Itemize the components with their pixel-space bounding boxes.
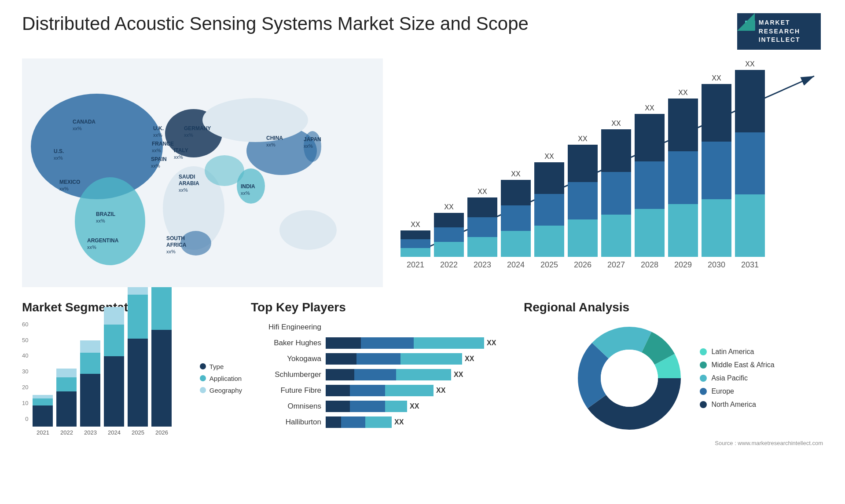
seg-xlabel-2022: 2022 — [56, 429, 77, 436]
legend-application: Application — [200, 375, 242, 382]
mexico-value: xx% — [59, 186, 69, 191]
player-schlumberger-bar-inner — [326, 369, 451, 380]
seg-x-labels: 2021 2022 2023 2024 2025 2026 — [33, 429, 186, 436]
seg-xlabel-2021: 2021 — [33, 429, 53, 436]
header: Distributed Acoustic Sensing Systems Mar… — [22, 13, 823, 50]
regional-legend: Latin America Middle East & Africa Asia … — [700, 348, 774, 409]
bar-label-2022: 2022 — [440, 260, 458, 270]
player-futurefibre: Future Fibre XX — [251, 384, 515, 397]
player-baker-bar-inner — [326, 337, 484, 349]
bar-label-2029: 2029 — [674, 260, 692, 270]
bar-label-2024: 2024 — [507, 260, 525, 270]
stacked-bar-2022 — [434, 213, 464, 257]
seg-bar-2021 — [33, 395, 53, 427]
bar-xx-2027: XX — [611, 120, 621, 128]
svg-point-2 — [75, 177, 145, 265]
bar-2025: XX 2025 — [534, 153, 564, 270]
mexico-label: MEXICO — [59, 179, 80, 185]
player-futurefibre-name: Future Fibre — [251, 386, 321, 395]
player-yokogawa-name: Yokogawa — [251, 354, 321, 363]
player-baker-xx: XX — [487, 339, 496, 347]
world-map-svg: CANADA xx% U.S. xx% MEXICO xx% BRAZIL xx… — [22, 58, 383, 287]
bottom-section: Market Segmentation 60 50 40 30 20 10 0 — [22, 300, 823, 446]
india-value: xx% — [241, 190, 250, 196]
bar-chart-area: XX 2021 XX 2022 — [392, 58, 823, 287]
players-title: Top Key Players — [251, 300, 515, 314]
bar-label-2021: 2021 — [407, 260, 424, 270]
bar-label-2023: 2023 — [474, 260, 491, 270]
bar-label-2028: 2028 — [641, 260, 658, 270]
southafrica-value: xx% — [166, 249, 176, 254]
us-value: xx% — [54, 155, 63, 161]
player-futurefibre-bar-inner — [326, 385, 434, 396]
players-area: Top Key Players Hifi Engineering Baker H… — [251, 300, 515, 446]
uk-value: xx% — [153, 132, 162, 138]
seg-bar-2023 — [80, 340, 100, 427]
player-omnisens-name: Omnisens — [251, 402, 321, 411]
legend-europe-label: Europe — [711, 387, 734, 395]
uk-label: U.K. — [153, 125, 164, 131]
bar-2030: XX 2030 — [702, 74, 731, 270]
japan-value: xx% — [304, 143, 313, 149]
stacked-bar-2029 — [668, 99, 698, 257]
legend-application-label: Application — [209, 375, 242, 382]
seg-xlabel-2025: 2025 — [128, 429, 148, 436]
china-value: xx% — [266, 142, 276, 147]
bar-chart-bars: XX 2021 XX 2022 — [400, 76, 814, 270]
legend-ap-dot — [700, 375, 707, 382]
player-omnisens-bar-inner — [326, 401, 407, 412]
us-label: U.S. — [54, 148, 64, 154]
seg-y-axis: 60 50 40 30 20 10 0 — [22, 321, 28, 431]
player-baker-name: Baker Hughes — [251, 339, 321, 347]
spain-value: xx% — [151, 163, 160, 168]
stacked-bar-2026 — [568, 145, 598, 257]
segmentation-area: Market Segmentation 60 50 40 30 20 10 0 — [22, 300, 242, 446]
bar-xx-2029: XX — [678, 89, 687, 97]
players-list: Hifi Engineering Baker Hughes XX — [251, 321, 515, 428]
map-area: CANADA xx% U.S. xx% MEXICO xx% BRAZIL xx… — [22, 58, 383, 287]
legend-latin-label: Latin America — [711, 348, 754, 356]
stacked-bar-2025 — [534, 162, 564, 257]
legend-type-dot — [200, 363, 206, 369]
bar-xx-2030: XX — [712, 74, 721, 82]
argentina-label: ARGENTINA — [87, 237, 119, 244]
legend-type-label: Type — [209, 363, 224, 370]
germany-label: GERMANY — [184, 125, 211, 131]
seg-bars — [33, 321, 186, 427]
bar-2028: XX 2028 — [635, 104, 665, 270]
player-omnisens-xx: XX — [410, 402, 419, 410]
india-label: INDIA — [241, 183, 255, 190]
source-text: Source : www.marketresearchintellect.com — [524, 440, 823, 446]
player-schlumberger: Schlumberger XX — [251, 369, 515, 381]
bar-label-2026: 2026 — [574, 260, 592, 270]
southafrica-label: SOUTH — [166, 235, 185, 241]
player-schlumberger-name: Schlumberger — [251, 370, 321, 379]
svg-point-11 — [202, 98, 308, 142]
saudi-value: xx% — [179, 187, 188, 193]
legend-europe: Europe — [700, 387, 774, 395]
stacked-bar-2024 — [501, 180, 531, 257]
seg-legend: Type Application Geography — [200, 321, 242, 436]
japan-label: JAPAN — [304, 136, 321, 142]
legend-latin-dot — [700, 348, 707, 355]
legend-geography-label: Geography — [209, 387, 242, 394]
bar-xx-2021: XX — [411, 221, 420, 229]
france-value: xx% — [152, 148, 161, 153]
seg-bar-2022 — [56, 369, 77, 427]
donut-chart-svg — [572, 321, 687, 435]
legend-me-label: Middle East & Africa — [711, 361, 774, 369]
bar-xx-2024: XX — [511, 170, 520, 178]
player-hifi-name: Hifi Engineering — [251, 323, 321, 332]
logo-line3: INTELLECT — [759, 36, 801, 44]
player-halliburton: Halliburton XX — [251, 416, 515, 428]
logo-line2: RESEARCH — [759, 27, 801, 36]
canada-value: xx% — [73, 126, 82, 131]
bar-2021: XX 2021 — [400, 221, 430, 270]
logo-area: M MARKET RESEARCH INTELLECT — [735, 13, 823, 50]
bar-label-2025: 2025 — [540, 260, 558, 270]
brazil-label: BRAZIL — [96, 211, 115, 217]
player-yokogawa-bar-inner — [326, 353, 462, 365]
bar-xx-2031: XX — [745, 60, 754, 68]
player-omnisens-bar: XX — [326, 400, 515, 413]
page-title: Distributed Acoustic Sensing Systems Mar… — [22, 13, 529, 34]
